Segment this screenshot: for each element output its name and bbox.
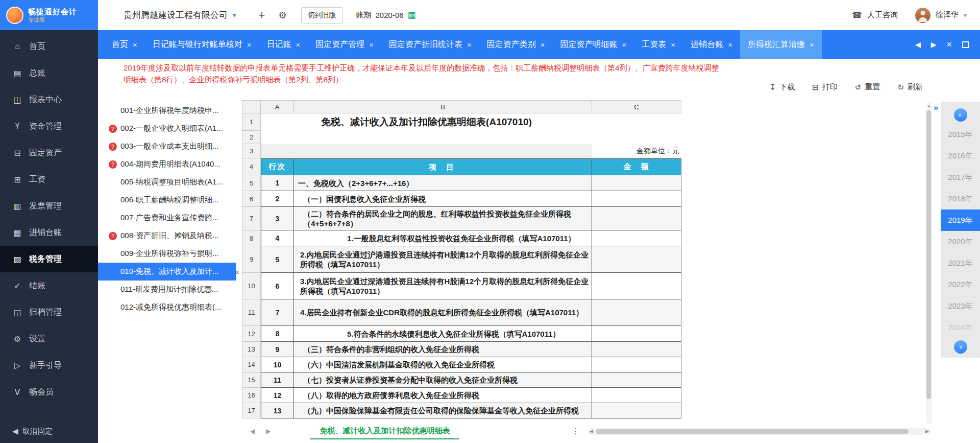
row-header[interactable]: 9 <box>242 246 261 273</box>
cell-amount[interactable] <box>592 246 681 273</box>
cell-line-number[interactable]: 5 <box>261 246 294 273</box>
tab-depreciation-stats[interactable]: 固定资产折旧统计表× <box>381 30 479 59</box>
cell-item[interactable]: （二）符合条件的居民企业之间的股息、红利等权益性投资收益免征企业所得税（4+5+… <box>294 207 592 230</box>
row-header[interactable]: 8 <box>242 230 261 246</box>
cell-line-number[interactable]: 9 <box>261 342 294 357</box>
row-header[interactable]: 2 <box>242 131 261 144</box>
sidebar-item-inventory-ledger[interactable]: ▦进销台账 <box>0 219 98 246</box>
panel-collapse-icon[interactable]: « <box>235 263 239 281</box>
support-link[interactable]: 人工咨询 <box>867 10 898 20</box>
cell-amount[interactable] <box>592 230 681 246</box>
cell-item[interactable]: 4.居民企业持有创新企业CDR取得的股息红利所得免征企业所得税（填写A10701… <box>294 299 592 326</box>
tab-home[interactable]: 首页× <box>104 30 145 59</box>
cell-line-number[interactable]: 8 <box>261 326 294 342</box>
years-scroll-up-button[interactable]: « <box>954 108 967 122</box>
year-item-2020[interactable]: 2020年 <box>941 231 980 252</box>
cell-item[interactable]: （一）国债利息收入免征企业所得税 <box>294 191 592 207</box>
year-item-2024[interactable]: 2024年 <box>941 317 980 338</box>
expand-panel-icon[interactable]: » <box>934 103 938 113</box>
close-icon[interactable]: × <box>467 40 472 49</box>
cell-item[interactable]: 1.一般股息红利等权益性投资收益免征企业所得税（填写A107011） <box>294 230 592 246</box>
close-icon[interactable]: × <box>133 40 137 49</box>
tabs-close-icon[interactable]: × <box>946 39 952 50</box>
year-item-2023[interactable]: 2023年 <box>941 295 980 317</box>
close-icon[interactable]: × <box>671 40 675 49</box>
sidebar-item-archive[interactable]: ◱归档管理 <box>0 299 98 325</box>
scroll-right-icon[interactable]: ▶ <box>925 429 929 434</box>
accounting-period-selector[interactable]: 账期 2020-06 ▦ <box>356 10 416 20</box>
more-vertical-icon[interactable]: ⋮ <box>572 427 579 436</box>
username[interactable]: 徐泽华 <box>936 10 959 20</box>
vertical-scrollbar[interactable]: ▲ <box>926 102 932 424</box>
fullscreen-icon[interactable] <box>962 41 969 48</box>
close-icon[interactable]: × <box>247 40 252 49</box>
sidebar-item-membership[interactable]: Ⅴ畅会员 <box>0 379 98 405</box>
sidebar-item-home[interactable]: ⌂首页 <box>0 33 98 60</box>
cell-amount[interactable] <box>592 326 681 342</box>
scroll-up-icon[interactable]: ▲ <box>926 104 932 108</box>
close-icon[interactable]: × <box>810 40 814 49</box>
report-item-005[interactable]: 005-纳税调整项目明细表(A1... <box>98 173 236 191</box>
row-header[interactable]: 12 <box>242 326 261 342</box>
sidebar-item-payroll[interactable]: ⊞工资 <box>0 166 98 193</box>
close-icon[interactable]: × <box>369 40 374 49</box>
row-header[interactable]: 5 <box>242 175 261 191</box>
sheet-tab[interactable]: 免税、减计收入及加计扣除优惠明细表 <box>310 424 459 439</box>
year-item-2021[interactable]: 2021年 <box>941 252 980 274</box>
tab-income-tax-settlement[interactable]: 所得税汇算清缴× <box>740 30 822 59</box>
close-icon[interactable]: × <box>622 40 627 49</box>
year-item-2022[interactable]: 2022年 <box>941 274 980 295</box>
vertical-scroll-thumb[interactable] <box>926 110 931 399</box>
gear-icon[interactable]: ⚙ <box>278 10 286 21</box>
close-icon[interactable]: × <box>296 40 301 49</box>
column-header-c[interactable]: C <box>592 100 681 113</box>
cell-line-number[interactable]: 4 <box>261 230 294 246</box>
column-header-b[interactable]: B <box>294 100 592 113</box>
sidebar-item-report-center[interactable]: ◫报表中心 <box>0 86 98 113</box>
cell-amount[interactable] <box>592 207 681 230</box>
header-amount[interactable]: 金 额 <box>592 158 681 175</box>
help-icon[interactable]: ? <box>109 160 117 169</box>
reset-button[interactable]: ↺重置 <box>855 82 880 92</box>
sheet-title[interactable]: 免税、减计收入及加计扣除优惠明细表(A107010) <box>261 113 592 131</box>
year-item-2015[interactable]: 2015年 <box>941 124 980 145</box>
tab-payroll-sheet[interactable]: 工资表× <box>634 30 683 59</box>
avatar[interactable] <box>915 8 930 23</box>
report-item-001[interactable]: 001-企业所得税年度纳税申... <box>98 102 236 120</box>
tabs-scroll-right-icon[interactable]: ▶ <box>931 40 937 49</box>
row-header[interactable]: 15 <box>242 372 261 388</box>
sidebar-item-invoices[interactable]: ▥发票管理 <box>0 193 98 219</box>
tab-journal[interactable]: 日记账× <box>259 30 308 59</box>
row-header[interactable]: 14 <box>242 357 261 372</box>
sidebar-item-settings[interactable]: ⚙设置 <box>0 325 98 352</box>
help-icon[interactable]: ? <box>109 125 117 133</box>
cell-amount[interactable] <box>592 372 681 388</box>
cell-line-number[interactable]: 2 <box>261 191 294 207</box>
report-item-003[interactable]: ?003-一般企业成本支出明细... <box>98 137 236 155</box>
print-button[interactable]: ⊟打印 <box>812 82 838 92</box>
cell-amount[interactable] <box>592 357 681 372</box>
cell-amount[interactable] <box>592 388 681 403</box>
cell-amount[interactable] <box>592 299 681 326</box>
column-header-a[interactable]: A <box>261 100 294 113</box>
report-item-002[interactable]: ?002-一般企业收入明细表(A1... <box>98 120 236 137</box>
cell-amount[interactable] <box>592 175 681 191</box>
cell-line-number[interactable]: 13 <box>261 403 294 418</box>
close-icon[interactable]: × <box>728 40 732 49</box>
years-scroll-down-button[interactable]: « <box>954 340 967 354</box>
row-header[interactable]: 16 <box>242 388 261 403</box>
cell-amount[interactable] <box>592 403 681 418</box>
chevron-down-icon[interactable]: ▾ <box>964 12 967 19</box>
sheet-prev-icon[interactable]: ◀ <box>250 428 255 435</box>
cell-amount[interactable] <box>592 273 681 299</box>
report-item-004[interactable]: ?004-期间费用明细表(A1040... <box>98 155 236 173</box>
cell-line-number[interactable]: 11 <box>261 372 294 388</box>
chevron-down-icon[interactable]: ▾ <box>233 11 236 19</box>
tab-inventory-ledger[interactable]: 进销台账× <box>683 30 740 59</box>
report-item-011[interactable]: 011-研发费用加计扣除优惠... <box>98 281 236 298</box>
close-icon[interactable]: × <box>541 40 545 49</box>
tab-asset-detail-ledger[interactable]: 固定资产明细账× <box>553 30 634 59</box>
row-header[interactable]: 3 <box>242 144 261 158</box>
download-button[interactable]: ↧下载 <box>770 82 795 92</box>
scroll-left-icon[interactable]: ◀ <box>590 429 593 434</box>
